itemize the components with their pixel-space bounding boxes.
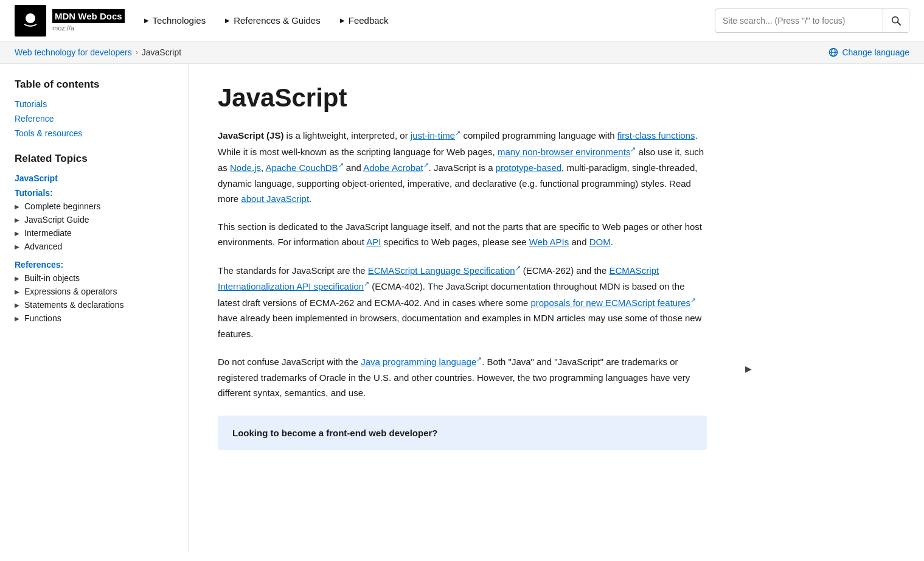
- header: MDN Web Docs moz://a ▶ Technologies ▶ Re…: [0, 0, 924, 41]
- js-abbr: JS: [269, 130, 280, 141]
- sidebar-functions[interactable]: ▶ Functions: [15, 313, 176, 323]
- change-language-label: Change language: [842, 47, 909, 57]
- about-js-link[interactable]: about JavaScript: [241, 193, 309, 204]
- adobe-acrobat-link[interactable]: Adobe Acrobat: [363, 162, 423, 173]
- complete-beginners-label: Complete beginners: [24, 201, 100, 211]
- sidebar: Table of contents Tutorials Reference To…: [0, 64, 189, 552]
- statements-arrow-icon: ▶: [15, 302, 19, 308]
- logo-mdn-text: MDN Web Docs: [52, 9, 125, 24]
- just-in-time-link[interactable]: just-in-time: [411, 130, 455, 141]
- dom-link[interactable]: DOM: [589, 237, 611, 247]
- java-lang-link[interactable]: Java programming language: [361, 357, 476, 367]
- breadcrumb-bar: Web technology for developers › JavaScri…: [0, 41, 924, 64]
- sidebar-js-title[interactable]: JavaScript: [15, 173, 176, 183]
- breadcrumb: Web technology for developers › JavaScri…: [15, 47, 181, 57]
- non-browser-external-icon: ↗: [630, 145, 636, 153]
- mdn-logo-icon: [15, 5, 46, 37]
- page-title: JavaScript: [218, 83, 707, 113]
- functions-label: Functions: [24, 313, 61, 323]
- advanced-arrow-icon: ▶: [15, 243, 19, 250]
- expressions-arrow-icon: ▶: [15, 288, 19, 295]
- sidebar-complete-beginners[interactable]: ▶ Complete beginners: [15, 201, 176, 211]
- nodejs-link[interactable]: Node.js: [230, 162, 261, 173]
- breadcrumb-current: JavaScript: [142, 47, 181, 57]
- sidebar-intermediate[interactable]: ▶ Intermediate: [15, 228, 176, 238]
- svg-point-0: [26, 13, 35, 23]
- js-guide-label: JavaScript Guide: [24, 215, 89, 225]
- js-bold: JavaScript (JS): [218, 130, 283, 141]
- main-layout: Table of contents Tutorials Reference To…: [0, 64, 924, 552]
- java-external-icon: ↗: [476, 355, 482, 363]
- sidebar-tutorials-section: Tutorials:: [15, 188, 176, 198]
- section-description-paragraph: This section is dedicated to the JavaScr…: [218, 219, 707, 250]
- sidebar-statements-declarations[interactable]: ▶ Statements & declarations: [15, 300, 176, 310]
- svg-line-2: [897, 22, 900, 25]
- prototype-based-link[interactable]: prototype-based: [496, 162, 561, 173]
- jit-external-icon: ↗: [455, 129, 460, 136]
- logo-area[interactable]: MDN Web Docs moz://a: [15, 5, 125, 37]
- statements-label: Statements & declarations: [24, 300, 123, 310]
- main-nav: ▶ Technologies ▶ References & Guides ▶ F…: [144, 15, 715, 26]
- web-apis-link[interactable]: Web APIs: [529, 237, 569, 247]
- toc-link-reference[interactable]: Reference: [15, 114, 176, 124]
- standards-paragraph: The standards for JavaScript are the ECM…: [218, 262, 707, 342]
- java-warning-paragraph: Do not confuse JavaScript with the Java …: [218, 354, 707, 401]
- search-area: [715, 9, 909, 33]
- nav-technologies[interactable]: ▶ Technologies: [144, 15, 206, 26]
- first-class-functions-link[interactable]: first-class functions: [617, 130, 695, 141]
- feedback-arrow-icon: ▶: [340, 17, 345, 24]
- toc-title: Table of contents: [15, 78, 176, 91]
- ecma-intl-external-icon: ↗: [364, 280, 369, 287]
- scroll-indicator: ▶: [736, 64, 760, 552]
- adobe-external-icon: ↗: [423, 161, 429, 169]
- couchdb-external-icon: ↗: [338, 161, 344, 169]
- references-arrow-icon: ▶: [225, 17, 230, 24]
- built-in-objects-arrow-icon: ▶: [15, 275, 19, 282]
- expressions-label: Expressions & operators: [24, 287, 117, 296]
- nav-feedback-label: Feedback: [349, 15, 389, 26]
- info-box: Looking to become a front-end web develo…: [218, 416, 707, 450]
- non-browser-link[interactable]: many non-browser environments: [498, 147, 630, 157]
- search-input[interactable]: [715, 16, 883, 26]
- advanced-label: Advanced: [24, 242, 62, 251]
- nav-references-label: References & Guides: [234, 15, 321, 26]
- intro-paragraph: JavaScript (JS) is a lightweight, interp…: [218, 127, 707, 207]
- toc-link-tools[interactable]: Tools & resources: [15, 128, 176, 138]
- breadcrumb-parent-link[interactable]: Web technology for developers: [15, 47, 132, 57]
- related-topics-title: Related Topics: [15, 153, 176, 165]
- logo-mozilla-text: moz://a: [52, 24, 125, 32]
- built-in-objects-label: Built-in objects: [24, 273, 80, 283]
- api-link[interactable]: API: [366, 237, 381, 247]
- right-arrow-icon[interactable]: ▶: [745, 364, 752, 374]
- js-guide-arrow-icon: ▶: [15, 217, 19, 223]
- search-icon: [891, 15, 901, 26]
- technologies-arrow-icon: ▶: [144, 17, 149, 24]
- change-language-button[interactable]: Change language: [828, 47, 909, 57]
- sidebar-advanced[interactable]: ▶ Advanced: [15, 242, 176, 251]
- nav-references-guides[interactable]: ▶ References & Guides: [225, 15, 321, 26]
- sidebar-built-in-objects[interactable]: ▶ Built-in objects: [15, 273, 176, 283]
- proposals-external-icon: ↗: [690, 296, 696, 304]
- info-box-text: Looking to become a front-end web develo…: [232, 428, 438, 438]
- content-area: JavaScript JavaScript (JS) is a lightwei…: [189, 64, 736, 552]
- sidebar-expressions-operators[interactable]: ▶ Expressions & operators: [15, 287, 176, 296]
- intermediate-arrow-icon: ▶: [15, 230, 19, 237]
- sidebar-js-guide[interactable]: ▶ JavaScript Guide: [15, 215, 176, 225]
- nav-feedback[interactable]: ▶ Feedback: [340, 15, 389, 26]
- ecma-spec-link[interactable]: ECMAScript Language Specification: [368, 265, 515, 276]
- search-button[interactable]: [883, 9, 909, 32]
- toc-link-tutorials[interactable]: Tutorials: [15, 99, 176, 109]
- couchdb-link[interactable]: Apache CouchDB: [265, 162, 338, 173]
- globe-icon: [828, 47, 838, 57]
- proposals-link[interactable]: proposals for new ECMAScript features: [530, 298, 690, 308]
- ecma-spec-external-icon: ↗: [515, 264, 521, 271]
- breadcrumb-separator: ›: [136, 48, 138, 57]
- nav-technologies-label: Technologies: [153, 15, 206, 26]
- complete-beginners-arrow-icon: ▶: [15, 203, 19, 210]
- intermediate-label: Intermediate: [24, 228, 72, 238]
- functions-arrow-icon: ▶: [15, 315, 19, 322]
- sidebar-references-section: References:: [15, 260, 176, 270]
